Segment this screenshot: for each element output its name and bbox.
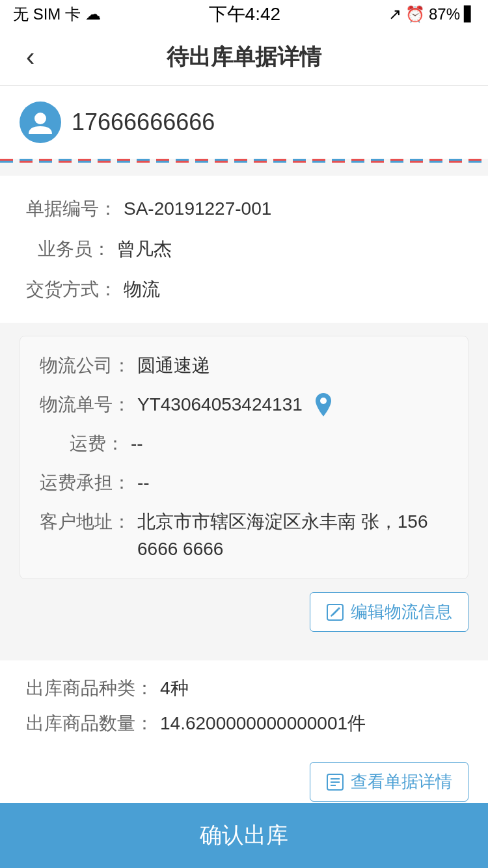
avatar [20,102,61,143]
sales-person-row: 业务员： 曾凡杰 [26,236,462,263]
back-button[interactable]: ‹ [20,36,41,78]
goods-type-label: 出库商品种类： [26,676,154,701]
delivery-method-label: 交货方式： [26,276,117,303]
customer-header: 17666666666 [0,86,488,159]
sim-status: 无 SIM 卡 ☁ [13,4,101,25]
dashed-divider [0,159,488,163]
logistics-card: 物流公司： 圆通速递 物流单号： YT43064053424131 运费： --… [20,336,468,579]
order-info-section: 单据编号： SA-20191227-001 业务员： 曾凡杰 交货方式： 物流 [0,176,488,323]
order-number-row: 单据编号： SA-20191227-001 [26,195,462,223]
freight-bearer-row: 运费承担： -- [40,469,448,496]
goods-quantity-value: 14.6200000000000001件 [160,711,366,736]
goods-type-row: 出库商品种类： 4种 [26,676,462,701]
alarm-icon: ⏰ [405,5,425,23]
view-detail-button[interactable]: 查看单据详情 [310,762,468,802]
section-gap-2 [0,647,488,660]
svg-point-0 [34,113,46,124]
sales-person-value: 曾凡杰 [117,236,462,263]
status-left: 无 SIM 卡 ☁ [13,4,101,25]
user-icon [27,109,53,135]
address-row: 客户地址： 北京市市辖区海淀区永丰南 张，156 6666 6666 [40,508,448,563]
status-bar: 无 SIM 卡 ☁ 下午4:42 ↗ ⏰ 87% ▋ [0,0,488,29]
address-label: 客户地址： [40,508,131,536]
freight-row: 运费： -- [40,430,448,457]
nav-bar: ‹ 待出库单据详情 [0,29,488,86]
battery-icon: ▋ [464,6,475,23]
goods-quantity-row: 出库商品数量： 14.6200000000000001件 [26,711,462,736]
page-title: 待出库单据详情 [167,42,321,72]
freight-bearer-value: -- [137,469,448,496]
edit-logistics-container: 编辑物流信息 [0,592,488,647]
goods-section: 出库商品种类： 4种 出库商品数量： 14.6200000000000001件 [0,660,488,752]
logistics-tracking-row: 物流单号： YT43064053424131 [40,391,448,418]
status-right: ↗ ⏰ 87% ▋ [388,5,475,23]
order-number-value: SA-20191227-001 [124,195,462,223]
battery-status: 87% [429,5,460,23]
goods-quantity-label: 出库商品数量： [26,711,154,736]
freight-label: 运费： [40,430,124,457]
confirm-button-label: 确认出库 [200,821,288,850]
svg-point-1 [320,398,327,404]
edit-logistics-label: 编辑物流信息 [351,601,452,623]
document-icon [326,773,344,791]
order-number-label: 单据编号： [26,195,117,223]
logistics-company-value: 圆通速递 [137,352,448,379]
delivery-method-row: 交货方式： 物流 [26,276,462,303]
section-gap-1 [0,163,488,176]
tracking-location-icon[interactable] [312,393,335,416]
view-detail-label: 查看单据详情 [351,770,452,793]
edit-logistics-button[interactable]: 编辑物流信息 [310,592,468,632]
sales-person-label: 业务员： [26,236,111,263]
logistics-tracking-value: YT43064053424131 [137,391,448,418]
edit-icon [326,603,344,621]
freight-value: -- [131,430,448,457]
goods-type-value: 4种 [160,676,189,701]
logistics-company-label: 物流公司： [40,352,131,379]
freight-bearer-label: 运费承担： [40,469,131,496]
address-value: 北京市市辖区海淀区永丰南 张，156 6666 6666 [137,508,448,563]
logistics-company-row: 物流公司： 圆通速递 [40,352,448,379]
delivery-method-value: 物流 [124,276,462,303]
status-time: 下午4:42 [209,2,281,27]
customer-phone: 17666666666 [72,109,215,136]
confirm-button[interactable]: 确认出库 [0,803,488,868]
logistics-tracking-label: 物流单号： [40,391,131,418]
location-icon: ↗ [388,5,401,23]
